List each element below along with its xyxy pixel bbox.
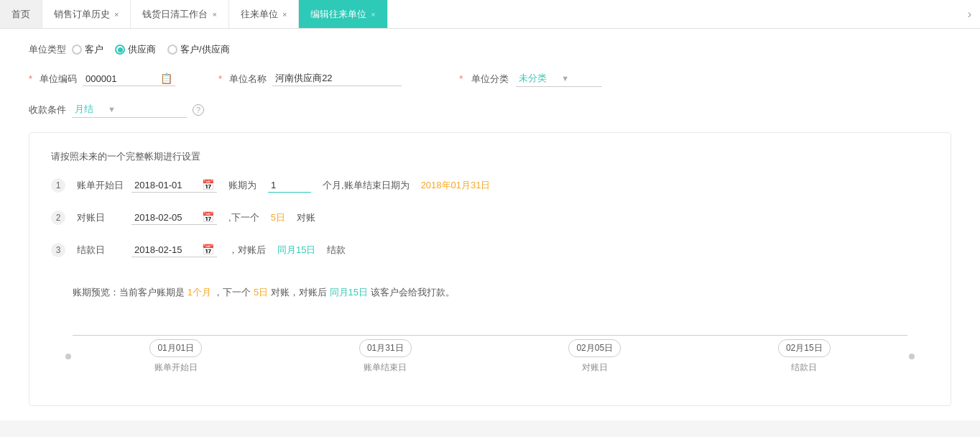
- tab-home[interactable]: 首页: [0, 0, 42, 28]
- period-num-3: 3: [51, 243, 65, 257]
- tab-sales-history[interactable]: 销售订单历史 ×: [42, 0, 131, 28]
- period-3-desc-suffix: 结款: [327, 244, 346, 257]
- tab-sales-history-close[interactable]: ×: [114, 10, 119, 19]
- unit-class-value: 未分类: [519, 72, 547, 85]
- radio-both-label: 客户/供应商: [180, 43, 230, 56]
- tab-expand-button[interactable]: ›: [959, 0, 980, 28]
- unit-type-field: 单位类型 客户 供应商 客户/供应商: [29, 43, 230, 56]
- radio-supplier-circle: [115, 45, 125, 55]
- timeline-node-3-bubble: 02月05日: [568, 339, 621, 357]
- tab-cash-work-close[interactable]: ×: [212, 10, 216, 19]
- unit-type-row: 单位类型 客户 供应商 客户/供应商: [29, 43, 951, 56]
- timeline-right-dot: [909, 354, 915, 359]
- preview-part2: ，下一个: [213, 287, 251, 298]
- unit-class-field: * 单位分类 未分类 ▼: [459, 70, 602, 87]
- period-label-3: 结款日: [77, 244, 120, 257]
- period-num-1: 1: [51, 178, 65, 193]
- period-label-1: 账单开始日: [77, 179, 120, 192]
- period-3-desc-prefix: ，对账后: [228, 244, 266, 257]
- timeline-container: 01月01日 账单开始日 01月31日 账单结束日 02月05日 对账日: [51, 325, 929, 388]
- period-setup-title: 请按照未来的一个完整帐期进行设置: [51, 150, 929, 163]
- radio-both-circle: [167, 45, 177, 55]
- unit-code-icon[interactable]: 📋: [160, 73, 172, 84]
- period-date-2-calendar[interactable]: 📅: [202, 211, 214, 223]
- preview-part3: 5日: [254, 287, 268, 298]
- timeline-node-1-bubble: 01月01日: [149, 339, 202, 357]
- payment-terms-label: 收款条件: [29, 104, 66, 116]
- period-row-1: 1 账单开始日 📅 账期为 个月,账单结束日期为 2018年01月31日: [51, 178, 929, 193]
- period-setup-box: 请按照未来的一个完整帐期进行设置 1 账单开始日 📅 账期为 个月,账单结束日期…: [29, 132, 951, 406]
- tab-bar: 首页 销售订单历史 × 钱货日清工作台 × 往来单位 × 编辑往来单位 × ›: [0, 0, 980, 29]
- timeline-node-2-bubble: 01月31日: [359, 339, 412, 357]
- period-date-2-wrapper: 📅: [131, 210, 217, 225]
- radio-customer[interactable]: 客户: [72, 43, 103, 56]
- period-date-3-wrapper: 📅: [131, 242, 217, 257]
- preview-part4: 对账，对账后: [271, 287, 327, 298]
- period-date-1-calendar[interactable]: 📅: [202, 179, 214, 190]
- tab-partner-unit[interactable]: 往来单位 ×: [229, 0, 299, 28]
- unit-name-required: *: [218, 73, 222, 84]
- radio-supplier[interactable]: 供应商: [115, 43, 156, 56]
- timeline-node-3: 02月05日 对账日: [568, 339, 621, 374]
- period-2-highlight: 5日: [271, 211, 285, 224]
- payment-terms-field: 收款条件 月结 ▼ ?: [29, 101, 204, 118]
- preview-text: 账期预览：当前客户账期是 1个月 ，下一个 5日 对账，对账后 同月15日 该客…: [73, 286, 907, 299]
- period-date-1-input[interactable]: [134, 180, 199, 190]
- timeline-node-4: 02月15日 结款日: [778, 339, 831, 374]
- payment-terms-chevron: ▼: [108, 105, 116, 114]
- period-date-3-calendar[interactable]: 📅: [202, 244, 214, 255]
- preview-label: 账期预览：当前客户账期是: [73, 287, 185, 298]
- tab-cash-work[interactable]: 钱货日清工作台 ×: [131, 0, 228, 28]
- unit-type-label: 单位类型: [29, 43, 66, 56]
- timeline-node-4-label: 结款日: [791, 362, 817, 374]
- radio-supplier-label: 供应商: [128, 43, 156, 56]
- radio-customer-circle: [72, 45, 82, 55]
- unit-code-label: 单位编码: [40, 73, 77, 86]
- period-1-date-highlight: 2018年01月31日: [421, 179, 491, 192]
- period-label-2: 对账日: [77, 211, 120, 224]
- period-2-desc-prefix: ,下一个: [228, 211, 259, 224]
- radio-both[interactable]: 客户/供应商: [167, 43, 230, 56]
- tab-home-label: 首页: [11, 8, 30, 21]
- preview-part1: 1个月: [188, 287, 211, 298]
- tab-edit-partner[interactable]: 编辑往来单位 ×: [299, 0, 387, 28]
- unit-code-input-wrapper: 📋: [83, 71, 175, 86]
- tab-edit-partner-close[interactable]: ×: [371, 10, 375, 19]
- radio-customer-label: 客户: [85, 43, 103, 56]
- tab-sales-history-label: 销售订单历史: [54, 8, 110, 21]
- tab-partner-unit-close[interactable]: ×: [282, 10, 287, 19]
- period-1-desc-prefix: 账期为: [228, 179, 256, 192]
- unit-code-input[interactable]: [85, 73, 157, 84]
- payment-terms-select[interactable]: 月结 ▼: [72, 101, 187, 118]
- unit-class-required: *: [459, 73, 463, 84]
- period-2-desc-suffix: 对账: [297, 211, 315, 224]
- help-icon[interactable]: ?: [193, 104, 204, 116]
- unit-type-radio-group: 客户 供应商 客户/供应商: [72, 43, 230, 56]
- tab-edit-partner-label: 编辑往来单位: [310, 8, 366, 21]
- period-3-highlight: 同月15日: [277, 244, 315, 257]
- period-1-value-input[interactable]: [268, 178, 311, 193]
- unit-code-field: * 单位编码 📋: [29, 71, 175, 86]
- unit-info-row: * 单位编码 📋 * 单位名称 * 单位分类 未分类 ▼: [29, 70, 951, 87]
- timeline-node-2: 01月31日 账单结束日: [359, 339, 412, 374]
- timeline-node-1: 01月01日 账单开始日: [149, 339, 202, 374]
- unit-class-chevron: ▼: [561, 74, 569, 83]
- unit-class-label: 单位分类: [471, 73, 509, 86]
- preview-part5: 同月15日: [330, 287, 368, 298]
- unit-class-select[interactable]: 未分类 ▼: [516, 70, 602, 87]
- unit-code-required: *: [29, 73, 32, 84]
- preview-part6: 该客户会给我打款。: [371, 287, 455, 298]
- unit-name-label: 单位名称: [229, 73, 267, 86]
- timeline-line: [73, 335, 907, 336]
- period-date-3-input[interactable]: [134, 244, 199, 255]
- unit-name-field: * 单位名称: [218, 72, 402, 86]
- period-row-3: 3 结款日 📅 ，对账后 同月15日 结款: [51, 242, 929, 257]
- payment-terms-row: 收款条件 月结 ▼ ?: [29, 101, 951, 118]
- unit-name-input[interactable]: [272, 72, 402, 86]
- timeline-left-dot: [65, 354, 71, 359]
- period-date-2-input[interactable]: [134, 212, 199, 223]
- period-1-unit: 个月,账单结束日期为: [323, 179, 410, 192]
- timeline-node-4-bubble: 02月15日: [778, 339, 831, 357]
- period-row-2: 2 对账日 📅 ,下一个 5日 对账: [51, 210, 929, 225]
- timeline-node-3-label: 对账日: [582, 362, 608, 374]
